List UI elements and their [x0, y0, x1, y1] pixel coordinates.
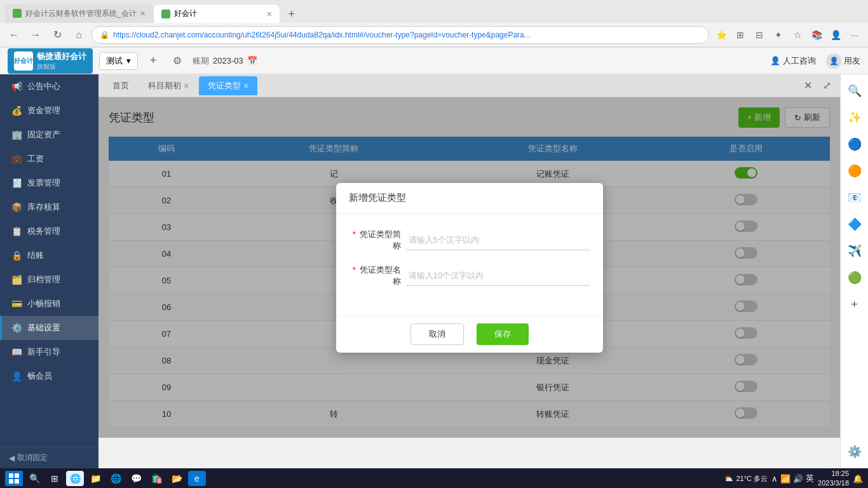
extensions-icon[interactable]: ⭐ — [713, 27, 729, 43]
sidebar-item-guide[interactable]: 📖 新手引导 — [0, 340, 98, 364]
close-panel-button[interactable]: ✕ — [799, 78, 816, 94]
right-settings-icon[interactable]: ⚙️ — [843, 440, 866, 463]
taskbar-search[interactable]: 🔍 — [25, 471, 43, 486]
workspace-name: 测试 — [106, 55, 123, 67]
ai-icon[interactable]: ✦ — [770, 27, 787, 43]
sidebar-item-archive[interactable]: 🗂️ 归档管理 — [0, 268, 98, 292]
profile-icon[interactable]: 👤 — [827, 27, 844, 43]
taskbar-explorer[interactable]: 📁 — [86, 471, 104, 486]
consult-button[interactable]: 👤 人工咨询 — [770, 55, 816, 67]
required-mark-abbr: * — [353, 229, 356, 239]
cancel-button[interactable]: 取消 — [410, 323, 464, 345]
workspace-selector[interactable]: 测试 ▾ — [99, 52, 138, 70]
tab-period-close[interactable]: × — [184, 81, 189, 91]
consult-icon: 👤 — [770, 56, 780, 65]
app-logo[interactable]: 好会计 畅捷通好会计 旗舰版 — [8, 48, 93, 74]
sidebar-item-member[interactable]: 👤 畅会员 — [0, 364, 98, 388]
svg-rect-2 — [9, 479, 13, 484]
right-teams-icon[interactable]: 🔷 — [843, 213, 866, 236]
expand-panel-button[interactable]: ⤢ — [818, 78, 835, 94]
volume-icon[interactable]: 🔊 — [793, 474, 803, 484]
favorites-icon[interactable]: ☆ — [789, 27, 806, 43]
right-discover-icon[interactable]: 🟠 — [843, 159, 866, 182]
taskbar-edge2[interactable]: e — [188, 471, 206, 486]
taskbar-time[interactable]: 18:25 2023/3/18 — [818, 469, 849, 488]
weather-icon: ⛅ — [724, 475, 733, 483]
modal-dialog: 新增凭证类型 * 凭证类型简称 * — [336, 183, 603, 353]
sidebar-item-inventory[interactable]: 📦 库存核算 — [0, 195, 98, 219]
lang-icon[interactable]: 英 — [806, 473, 814, 484]
right-send-icon[interactable]: ✈️ — [843, 240, 866, 262]
taskbar-chrome[interactable]: 🌐 — [107, 471, 125, 486]
sidebar-item-close[interactable]: 🔒 结账 — [0, 243, 98, 268]
fund-icon: 💰 — [11, 105, 22, 116]
sys-expand-icon[interactable]: ∧ — [771, 474, 778, 484]
taskbar: 🔍 ⊞ 🌐 📁 🌐 💬 🛍️ 📂 e ⛅ 21°C 多云 ∧ 📶 🔊 英 18:… — [0, 468, 868, 488]
user-button[interactable]: 👤 用友 — [826, 53, 860, 69]
start-button[interactable] — [5, 471, 23, 486]
taskbar-task-view[interactable]: ⊞ — [46, 471, 64, 486]
address-input[interactable]: 🔒 https://cloud2.chanjet.com/accounting/… — [92, 26, 709, 44]
new-tab-button[interactable]: + — [283, 5, 301, 23]
tab-period-label: 科目期初 — [148, 80, 181, 92]
taskbar-wechat[interactable]: 💬 — [127, 471, 145, 486]
browser-tab-1[interactable]: 好会计云财务软件管理系统_会计 × — [5, 4, 153, 23]
forward-button[interactable]: → — [27, 26, 44, 44]
cancel-fixed-icon: ◀ — [9, 454, 15, 463]
tab-favicon-2 — [161, 10, 170, 18]
browser-chrome: 好会计云财务软件管理系统_会计 × 好会计 × + ← → ↻ ⌂ 🔒 http… — [0, 0, 868, 48]
sidebar-item-fund[interactable]: 💰 资金管理 — [0, 98, 98, 123]
form-row-name: * 凭证类型名称 — [349, 264, 590, 287]
save-button[interactable]: 保存 — [477, 323, 529, 345]
calendar-icon[interactable]: 📅 — [247, 56, 257, 65]
taskbar-store[interactable]: 🛍️ — [147, 471, 165, 486]
right-panel: 🔍 ✨ 🔵 🟠 📧 🔷 ✈️ 🟢 + ⚙️ — [840, 74, 868, 468]
sidebar-item-label-guide: 新手引导 — [27, 346, 60, 358]
sidebar-footer: ◀ 取消固定 — [0, 447, 98, 468]
split-icon[interactable]: ⊟ — [751, 27, 768, 43]
sidebar-item-label-fixed-assets: 固定资产 — [27, 129, 60, 140]
sidebar-item-expense[interactable]: 💳 小畅报销 — [0, 292, 98, 316]
sidebar: 📢 公告中心 💰 资金管理 🏢 固定资产 💼 工资 🧾 发票管理 📦 库 — [0, 74, 98, 468]
tab-home[interactable]: 首页 — [104, 76, 138, 95]
taskbar-edge[interactable]: 🌐 — [66, 471, 84, 486]
sidebar-item-tax[interactable]: 📋 税务管理 — [0, 219, 98, 243]
sidebar-item-invoice[interactable]: 🧾 发票管理 — [0, 171, 98, 195]
main-layout: 📢 公告中心 💰 资金管理 🏢 固定资产 💼 工资 🧾 发票管理 📦 库 — [0, 74, 868, 468]
sidebar-item-fixed-assets[interactable]: 🏢 固定资产 — [0, 123, 98, 147]
cancel-fixed-button[interactable]: ◀ 取消固定 — [9, 452, 90, 463]
name-input[interactable] — [406, 266, 590, 286]
content-area: 首页 科目期初 × 凭证类型 × ✕ ⤢ 凭证 — [98, 74, 840, 468]
right-search-icon[interactable]: 🔍 — [843, 79, 866, 102]
tab-close-1[interactable]: × — [140, 8, 146, 18]
network-icon[interactable]: 📶 — [780, 474, 790, 484]
right-outlook-icon[interactable]: 📧 — [843, 186, 866, 209]
sidebar-item-payroll[interactable]: 💼 工资 — [0, 147, 98, 171]
taskbar-files[interactable]: 📂 — [168, 471, 186, 486]
add-workspace-button[interactable]: + — [144, 52, 162, 70]
sidebar-item-announcement[interactable]: 📢 公告中心 — [0, 74, 98, 98]
sys-icons: ∧ 📶 🔊 英 — [771, 473, 814, 484]
tab-close-2[interactable]: × — [267, 9, 272, 19]
settings-icon[interactable]: ⚙ — [168, 52, 186, 70]
menu-icon[interactable]: ··· — [846, 27, 863, 43]
tab-period[interactable]: 科目期初 × — [139, 76, 198, 95]
back-button[interactable]: ← — [5, 26, 23, 44]
refresh-button[interactable]: ↻ — [48, 26, 66, 44]
abbr-input[interactable] — [406, 230, 590, 250]
notification-icon[interactable]: 🔔 — [853, 474, 863, 484]
right-add-button[interactable]: + — [843, 293, 866, 316]
home-button[interactable]: ⌂ — [70, 26, 88, 44]
right-store-icon[interactable]: 🟢 — [843, 266, 866, 289]
tax-icon: 📋 — [11, 226, 22, 237]
guide-icon: 📖 — [11, 346, 22, 358]
collections-icon[interactable]: 📚 — [808, 27, 825, 43]
right-ai-icon[interactable]: ✨ — [843, 106, 866, 129]
sidebar-item-settings[interactable]: ⚙️ 基础设置 — [0, 316, 98, 340]
tab-voucher[interactable]: 凭证类型 × — [199, 76, 257, 95]
right-edge-icon[interactable]: 🔵 — [843, 133, 866, 156]
tab-voucher-close[interactable]: × — [243, 81, 248, 91]
address-text: https://cloud2.chanjet.com/accounting/uh… — [113, 30, 701, 39]
tab-groups-icon[interactable]: ⊞ — [732, 27, 749, 43]
browser-tab-2[interactable]: 好会计 × — [153, 4, 280, 23]
